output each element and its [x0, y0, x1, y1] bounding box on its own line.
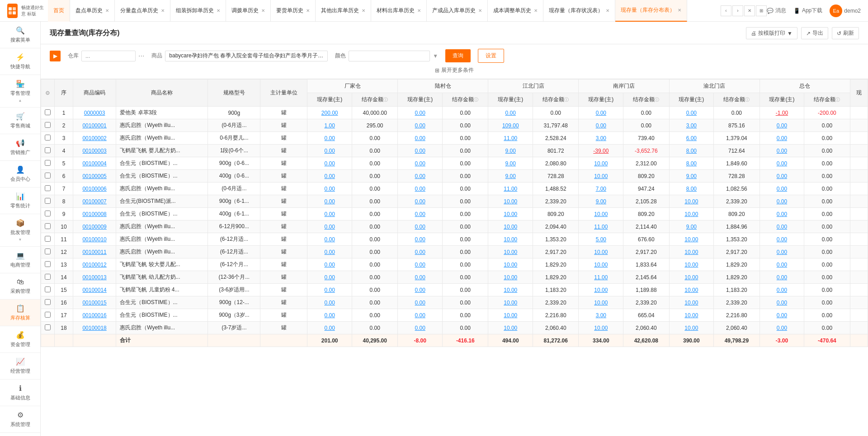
sidebar-item-basic[interactable]: ℹ 基础信息	[0, 380, 40, 406]
refresh-btn[interactable]: ↺ 刷新	[832, 27, 859, 39]
cell-checkbox[interactable]	[41, 246, 55, 258]
close-zuchai-icon[interactable]: ✕	[217, 8, 220, 13]
nav-next-btn[interactable]: ›	[732, 5, 743, 16]
cell-yubei-amt: 1,379.04	[714, 132, 760, 145]
app-download-btn[interactable]: 📱 App下载	[793, 7, 822, 14]
export-btn[interactable]: ↗ 导出	[801, 27, 828, 39]
warehouse-more-icon[interactable]: ···	[138, 52, 144, 60]
print-btn[interactable]: 🖨 按模版打印 ▼	[746, 27, 797, 39]
tab-fenpandian[interactable]: 分量盘点单历史 ✕	[115, 0, 170, 22]
cell-checkbox[interactable]	[41, 271, 55, 284]
sidebar-item-quicknav[interactable]: ⚡ 快捷导航	[0, 48, 40, 75]
color-input[interactable]	[349, 51, 430, 61]
close-diaobo-icon[interactable]: ✕	[261, 8, 265, 13]
tab-cailiao[interactable]: 材料出库单历史 ✕	[371, 0, 427, 22]
sidebar-item-inventory[interactable]: 📋 库存核算	[0, 300, 40, 326]
total-amt-info-icon[interactable]: ⓘ	[835, 97, 840, 102]
sidebar-item-retail[interactable]: 🏪 零售管理 ▲	[0, 75, 40, 108]
jiangbei-amt-info-icon[interactable]: ⓘ	[564, 97, 569, 102]
tab-yaohuo[interactable]: 要货单历史 ✕	[271, 0, 316, 22]
warehouse-input[interactable]	[81, 51, 136, 61]
sidebar-item-purchase[interactable]: 🛍 采购管理	[0, 273, 40, 300]
cell-unit: 罐	[260, 296, 307, 309]
close-pandian-icon[interactable]: ✕	[105, 8, 109, 13]
close-qita-icon[interactable]: ✕	[362, 8, 365, 13]
message-btn[interactable]: 💬 消息	[767, 7, 786, 14]
table-settings-icon[interactable]: ⚙	[45, 90, 50, 96]
user-area[interactable]: Ea demo2	[830, 5, 861, 17]
cell-lu-amt: 0.00	[443, 309, 488, 322]
filter-warehouse: 仓库 ···	[68, 51, 144, 61]
sidebar-item-ecommerce[interactable]: 💻 电商管理	[0, 247, 40, 273]
cell-no: 12	[55, 246, 73, 258]
table-container[interactable]: ⚙ 序 商品编码 商品名称 规格型号 主计量单位 厂家仓 陆村仓 江北门店 南岸…	[41, 79, 868, 436]
cell-jiangbei-qty: 10.00	[488, 322, 533, 334]
cell-unit: 罐	[260, 284, 307, 296]
cell-checkbox[interactable]	[41, 145, 55, 157]
cell-checkbox[interactable]	[41, 119, 55, 132]
cell-factory-qty: 0.00	[307, 271, 352, 284]
cell-checkbox[interactable]	[41, 107, 55, 119]
sidebar-item-finance[interactable]: 💰 资金管理	[0, 326, 40, 353]
filter-toggle-btn[interactable]: ▶	[50, 51, 61, 61]
sidebar-item-business[interactable]: 📈 经营管理	[0, 353, 40, 380]
tab-diaobo[interactable]: 调拨单历史 ✕	[226, 0, 271, 22]
sidebar-wholesale-label: 批发管理	[10, 229, 30, 236]
close-yaohuo-icon[interactable]: ✕	[306, 8, 310, 13]
factory-amt-info-icon[interactable]: ⓘ	[383, 97, 388, 102]
goods-input[interactable]	[165, 51, 328, 61]
tab-xiancun-dist[interactable]: 现存量（库存分布表） ✕	[615, 0, 687, 22]
color-dropdown-icon[interactable]: ▼	[433, 53, 438, 59]
sidebar-item-mall[interactable]: 🛒 零售商城	[0, 108, 40, 134]
cell-checkbox[interactable]	[41, 309, 55, 322]
cell-checkbox[interactable]	[41, 220, 55, 233]
close-xiancun-dist-icon[interactable]: ✕	[678, 8, 681, 13]
nav-close-btn[interactable]: ✕	[744, 5, 755, 16]
sidebar-item-retail-stats[interactable]: 📊 零售统计	[0, 188, 40, 214]
sidebar-item-collab[interactable]: 🤝 企业协同	[0, 433, 40, 436]
sidebar-item-wholesale[interactable]: 📦 批发管理 ▼	[0, 214, 40, 247]
th-settings[interactable]: ⚙	[41, 80, 55, 107]
cell-total-qty: 0.00	[760, 132, 804, 145]
cell-checkbox[interactable]	[41, 322, 55, 334]
close-fenpandian-icon[interactable]: ✕	[161, 8, 165, 13]
close-chenben-icon[interactable]: ✕	[534, 8, 538, 13]
cell-total-qty: 0.00	[760, 208, 804, 220]
sidebar-item-member[interactable]: 👤 会员中心	[0, 161, 40, 188]
tab-qita[interactable]: 其他出库单历史 ✕	[316, 0, 371, 22]
cell-checkbox[interactable]	[41, 195, 55, 208]
sidebar-item-search[interactable]: 🔍 搜索英单	[0, 22, 40, 48]
tab-chengpin[interactable]: 产成品入库单历史 ✕	[427, 0, 488, 22]
tab-pandian[interactable]: 盘点单历史 ✕	[70, 0, 115, 22]
tab-chenben[interactable]: 成本调整单历史 ✕	[488, 0, 543, 22]
cell-factory-qty: 0.00	[307, 195, 352, 208]
lu-amt-info-icon[interactable]: ⓘ	[474, 97, 478, 102]
tab-xiancun-status[interactable]: 现存量（库存状况表） ✕	[543, 0, 615, 22]
close-xiancun-status-icon[interactable]: ✕	[606, 8, 609, 13]
close-chengpin-icon[interactable]: ✕	[478, 8, 482, 13]
cell-checkbox[interactable]	[41, 157, 55, 170]
yubei-amt-info-icon[interactable]: ⓘ	[745, 97, 750, 102]
cell-checkbox[interactable]	[41, 170, 55, 183]
expand-conditions-btn[interactable]: ⊞ 展开更多条件	[435, 66, 474, 74]
cell-checkbox[interactable]	[41, 183, 55, 195]
cell-checkbox[interactable]	[41, 233, 55, 246]
tab-zuchaidetach[interactable]: 组装拆卸单历史 ✕	[170, 0, 226, 22]
settings-btn[interactable]: 设置	[478, 49, 504, 63]
nanan-amt-info-icon[interactable]: ⓘ	[655, 97, 659, 102]
cell-checkbox[interactable]	[41, 284, 55, 296]
cell-checkbox[interactable]	[41, 296, 55, 309]
cell-checkbox[interactable]	[41, 258, 55, 271]
nav-expand-btn[interactable]: ⊞	[756, 5, 767, 16]
cell-checkbox[interactable]	[41, 132, 55, 145]
cell-checkbox[interactable]	[41, 208, 55, 220]
close-cailiao-icon[interactable]: ✕	[417, 8, 421, 13]
tab-home[interactable]: 首页	[48, 0, 70, 22]
cell-jiangbei-amt: 1,829.20	[533, 271, 579, 284]
sidebar-item-system[interactable]: ⚙ 系统管理	[0, 406, 40, 433]
sidebar-retail-stats-label: 零售统计	[10, 202, 30, 209]
nav-prev-btn[interactable]: ‹	[721, 5, 731, 16]
sidebar-item-marketing[interactable]: 📢 营销推广	[0, 134, 40, 161]
query-btn[interactable]: 查询	[445, 49, 471, 62]
th-unit: 主计量单位	[260, 80, 307, 107]
